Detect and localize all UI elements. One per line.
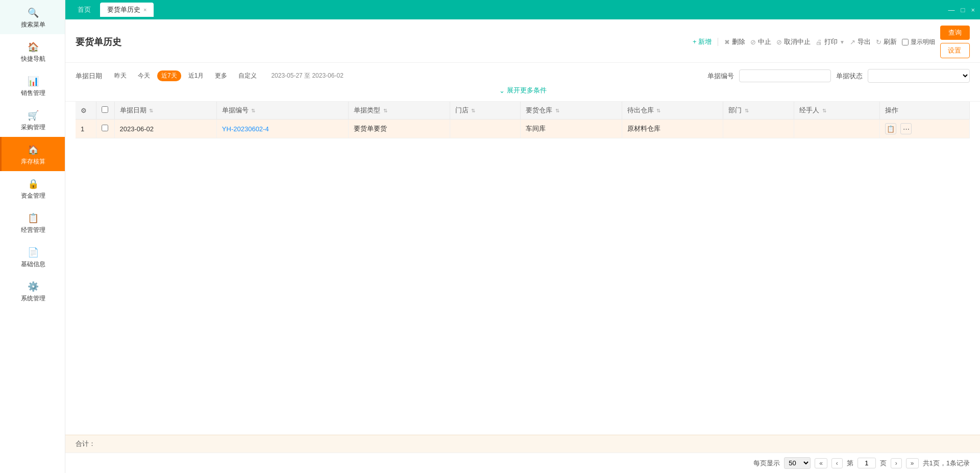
maximize-button[interactable]: □ xyxy=(961,6,965,14)
doc-status-select[interactable] xyxy=(868,69,970,83)
display-detail-input[interactable] xyxy=(902,39,909,45)
page-header: 要货单历史 + 新增 ✖ 删除 ⊘ 中止 ⊘ 取消中止 xyxy=(65,19,980,63)
col-op: 操作 xyxy=(880,102,970,120)
col-handler[interactable]: 经手人 ⇅ xyxy=(794,102,880,120)
row-handler xyxy=(794,120,880,138)
table-container: ⚙ 单据日期 ⇅ 单据编号 ⇅ 单据类型 ⇅ 门店 ⇅ 要货仓库 ⇅ 待出仓库 … xyxy=(65,102,980,435)
yesterday-btn[interactable]: 昨天 xyxy=(110,70,131,81)
select-all-checkbox[interactable] xyxy=(102,106,108,113)
doc-status-label: 单据状态 xyxy=(836,72,863,81)
filter-area: 单据日期 昨天 今天 近7天 近1月 更多 自定义 2023-05-27 至 2… xyxy=(65,63,980,102)
col-pending-warehouse[interactable]: 待出仓库 ⇅ xyxy=(622,102,723,120)
sort-dept-icon: ⇅ xyxy=(745,108,749,113)
sort-req-warehouse-icon: ⇅ xyxy=(555,108,559,113)
sort-doc-date-icon: ⇅ xyxy=(149,108,153,113)
query-buttons: 查询 设置 xyxy=(940,26,970,58)
sys-mgmt-icon: ⚙️ xyxy=(28,281,39,292)
row-req-warehouse: 车间库 xyxy=(521,120,622,138)
op-edit-icon[interactable]: 📋 xyxy=(885,123,896,134)
cancel-suspend-button[interactable]: ⊘ 取消中止 xyxy=(776,37,811,46)
row-pending-warehouse: 原材料仓库 xyxy=(622,120,723,138)
sort-doc-no-icon: ⇅ xyxy=(251,108,255,113)
settings-button[interactable]: 设置 xyxy=(940,43,970,58)
per-page-select[interactable]: 50 100 xyxy=(784,457,811,469)
date-range-display: 2023-05-27 至 2023-06-02 xyxy=(271,72,343,80)
doc-no-input[interactable] xyxy=(739,69,831,82)
print-button[interactable]: 🖨 打印 ▼ xyxy=(816,37,845,46)
prev-page-btn[interactable]: ‹ xyxy=(831,458,843,468)
col-checkbox xyxy=(96,102,114,120)
row-dept xyxy=(723,120,794,138)
toolbar: + 新增 ✖ 删除 ⊘ 中止 ⊘ 取消中止 🖨 打印 ▼ xyxy=(693,26,970,58)
first-page-btn[interactable]: « xyxy=(815,458,827,468)
home-icon: 🏠 xyxy=(28,41,39,53)
col-settings[interactable]: ⚙ xyxy=(76,102,96,120)
export-button[interactable]: ↗ 导出 xyxy=(850,37,871,46)
sidebar: 🔍 搜索菜单 🏠 快捷导航 📊 销售管理 🛒 采购管理 🏠 库存核算 🔒 资金管… xyxy=(0,0,65,473)
col-doc-date[interactable]: 单据日期 ⇅ xyxy=(114,102,216,120)
pagination-bar: 每页显示 50 100 « ‹ 第 页 › » 共1页，1条记录 xyxy=(65,453,980,473)
row-doc-date: 2023-06-02 xyxy=(114,120,216,138)
content-area: 要货单历史 + 新增 ✖ 删除 ⊘ 中止 ⊘ 取消中止 xyxy=(65,19,980,473)
sidebar-item-sales-mgmt[interactable]: 📊 销售管理 xyxy=(0,68,65,103)
last1month-btn[interactable]: 近1月 xyxy=(184,70,208,81)
last7days-btn[interactable]: 近7天 xyxy=(157,70,181,81)
col-doc-type[interactable]: 单据类型 ⇅ xyxy=(349,102,450,120)
sidebar-item-sys-mgmt[interactable]: ⚙️ 系统管理 xyxy=(0,274,65,308)
sidebar-item-quick-nav[interactable]: 🏠 快捷导航 xyxy=(0,34,65,68)
date-filters: 昨天 今天 近7天 近1月 更多 自定义 xyxy=(110,70,261,81)
more-date-btn[interactable]: 更多 xyxy=(211,70,231,81)
display-detail-checkbox[interactable]: 显示明细 xyxy=(902,38,935,46)
tab-bar-right: — □ × xyxy=(948,6,975,14)
last-page-btn[interactable]: » xyxy=(906,458,919,468)
search-menu-icon: 🔍 xyxy=(28,7,39,18)
row-op: 📋 ⋯ xyxy=(880,120,970,138)
col-store[interactable]: 门店 ⇅ xyxy=(450,102,521,120)
refresh-button[interactable]: ↻ 刷新 xyxy=(876,37,897,46)
today-btn[interactable]: 今天 xyxy=(134,70,154,81)
sidebar-item-basic-info[interactable]: 📄 基础信息 xyxy=(0,240,65,274)
basic-info-icon: 📄 xyxy=(28,247,39,258)
sidebar-item-ops-mgmt[interactable]: 📋 经营管理 xyxy=(0,205,65,240)
sidebar-item-purchase-mgmt[interactable]: 🛒 采购管理 xyxy=(0,103,65,137)
custom-date-btn[interactable]: 自定义 xyxy=(234,70,261,81)
sort-handler-icon: ⇅ xyxy=(822,108,826,113)
sales-icon: 📊 xyxy=(28,76,39,87)
doc-no-label: 单据编号 xyxy=(707,72,734,81)
tab-close-icon[interactable]: × xyxy=(143,7,146,13)
table-row: 1 2023-06-02 YH-20230602-4 要货单要货 车间库 原材料… xyxy=(76,120,970,138)
row-doc-type: 要货单要货 xyxy=(349,120,450,138)
next-page-btn[interactable]: › xyxy=(891,458,902,468)
col-dept[interactable]: 部门 ⇅ xyxy=(723,102,794,120)
new-button[interactable]: + 新增 xyxy=(693,37,712,46)
sidebar-item-search-menu[interactable]: 🔍 搜索菜单 xyxy=(0,0,65,34)
op-more-icon[interactable]: ⋯ xyxy=(900,123,912,134)
sidebar-item-finance-mgmt[interactable]: 🔒 资金管理 xyxy=(0,171,65,205)
tab-bar: 首页 要货单历史 × — □ × xyxy=(65,0,980,19)
doc-no-link[interactable]: YH-20230602-4 xyxy=(222,125,269,133)
suspend-button[interactable]: ⊘ 中止 xyxy=(750,37,771,46)
page-title: 要货单历史 xyxy=(76,36,121,48)
finance-icon: 🔒 xyxy=(28,178,39,190)
row-doc-no[interactable]: YH-20230602-4 xyxy=(216,120,348,138)
col-req-warehouse[interactable]: 要货仓库 ⇅ xyxy=(521,102,622,120)
col-doc-no[interactable]: 单据编号 ⇅ xyxy=(216,102,348,120)
sort-doc-type-icon: ⇅ xyxy=(383,108,387,113)
tab-home[interactable]: 首页 xyxy=(70,3,98,17)
delete-button[interactable]: ✖ 删除 xyxy=(724,37,745,46)
query-button[interactable]: 查询 xyxy=(940,26,970,40)
sidebar-item-inventory[interactable]: 🏠 库存核算 xyxy=(0,137,65,171)
row-checkbox[interactable] xyxy=(96,120,114,138)
tab-requisition-history[interactable]: 要货单历史 × xyxy=(100,3,154,17)
sort-store-icon: ⇅ xyxy=(471,108,475,113)
ops-icon: 📋 xyxy=(28,212,39,224)
close-button[interactable]: × xyxy=(971,6,975,14)
sort-pending-warehouse-icon: ⇅ xyxy=(656,108,660,113)
minimize-button[interactable]: — xyxy=(948,6,955,14)
table-footer: 合计： xyxy=(65,435,980,453)
date-filter-label: 单据日期 xyxy=(76,72,102,81)
purchase-icon: 🛒 xyxy=(28,110,39,121)
expand-more-btn[interactable]: ⌄ 展开更多条件 xyxy=(76,86,970,95)
row-select-checkbox[interactable] xyxy=(102,125,108,131)
page-number-input[interactable] xyxy=(857,458,876,468)
